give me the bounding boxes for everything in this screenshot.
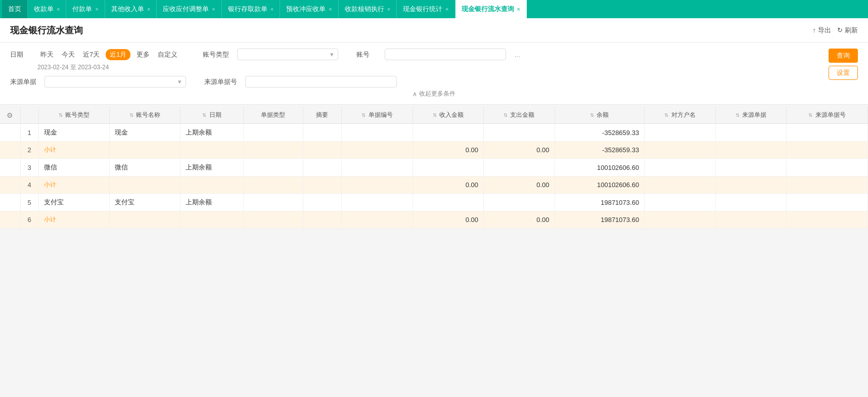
th-source-doc-label: 来源单据 [742,111,766,118]
nav-home[interactable]: 首页 [2,0,28,18]
td-checkbox[interactable] [0,177,20,194]
td-cell [645,211,715,229]
td-checkbox[interactable] [0,124,20,142]
filter-area: 日期 昨天 今天 近7天 近1月 更多 自定义 账号类型 ▾ 账号 ... [0,42,868,105]
th-doc-type: 单据类型 [243,107,303,124]
th-account-type[interactable]: ⇅ 账号类型 [38,107,109,124]
close-icon-4[interactable]: × [270,6,273,12]
source-doc-no-input[interactable] [245,76,397,87]
td-cell [715,194,786,211]
collapse-bar[interactable]: ∧ 收起更多条件 [10,90,858,98]
td-cell [243,194,303,211]
query-button[interactable]: 查询 [829,49,858,63]
close-icon-0[interactable]: × [57,6,60,12]
td-cell: 支付宝 [109,194,180,211]
td-cell [180,211,243,229]
account-type-select[interactable]: ▾ [237,49,338,60]
sort-icon-date: ⇅ [202,112,206,118]
td-cell: 1 [20,124,38,142]
sort-icon-account-name: ⇅ [129,112,133,118]
nav-tab-3[interactable]: 应收应付调整单 × [157,0,221,18]
td-cell: 支付宝 [38,194,109,211]
td-cell: 0.00 [413,177,483,194]
nav-tab-label-8: 现金银行流水查询 [462,5,514,14]
td-cell [786,142,867,159]
date-opt-custom[interactable]: 自定义 [156,49,179,60]
close-icon-7[interactable]: × [445,6,448,12]
refresh-icon: ↻ [837,26,843,34]
td-checkbox[interactable] [0,159,20,177]
td-cell [645,142,715,159]
table-row[interactable]: 6小计0.000.0019871073.60 [0,211,868,229]
th-doc-no[interactable]: ⇅ 单据编号 [342,107,413,124]
td-cell [303,194,342,211]
table-row[interactable]: 4小计0.000.00100102606.60 [0,177,868,194]
td-checkbox[interactable] [0,194,20,211]
td-checkbox[interactable] [0,211,20,229]
refresh-button[interactable]: ↻ 刷新 [837,26,858,35]
th-gear[interactable]: ⚙ [0,107,20,124]
date-opt-more[interactable]: 更多 [134,49,152,60]
th-source-doc-no[interactable]: ⇅ 来源单据号 [786,107,867,124]
sort-icon-income: ⇅ [433,112,437,118]
th-counterpart[interactable]: ⇅ 对方户名 [645,107,715,124]
table-row[interactable]: 3微信微信上期余额100102606.60 [0,159,868,177]
td-cell [243,177,303,194]
td-cell [303,124,342,142]
th-account-name[interactable]: ⇅ 账号名称 [109,107,180,124]
close-icon-6[interactable]: × [387,6,390,12]
collapse-arrow-icon: ∧ [413,91,417,98]
td-cell [645,177,715,194]
th-counterpart-label: 对方户名 [671,111,696,118]
settings-button[interactable]: 设置 [829,66,858,80]
sort-icon-doc-no: ⇅ [361,112,366,118]
td-cell [180,177,243,194]
close-icon-1[interactable]: × [95,6,98,12]
close-icon-5[interactable]: × [329,6,332,12]
close-icon-3[interactable]: × [212,6,215,12]
date-opt-1month[interactable]: 近1月 [106,49,130,60]
nav-tab-5[interactable]: 预收冲应收单 × [280,0,338,18]
td-cell [484,159,555,177]
td-cell [413,159,483,177]
td-cell: 0.00 [484,177,555,194]
nav-tab-8[interactable]: 现金银行流水查询 × [455,0,527,18]
dropdown-arrow-icon: ▾ [330,51,334,58]
table-row[interactable]: 5支付宝支付宝上期余额19871073.60 [0,194,868,211]
td-cell [413,124,483,142]
th-income[interactable]: ⇅ 收入金额 [413,107,483,124]
th-balance[interactable]: ⇅ 余额 [555,107,645,124]
account-input[interactable] [385,49,506,60]
table-row[interactable]: 2小计0.000.00-3528659.33 [0,142,868,159]
th-source-doc[interactable]: ⇅ 来源单据 [715,107,786,124]
date-opt-yesterday[interactable]: 昨天 [38,49,56,60]
table-row[interactable]: 1现金现金上期余额-3528659.33 [0,124,868,142]
nav-tab-1[interactable]: 付款单 × [66,0,105,18]
filter-row-2: 来源单据 ▾ 来源单据号 [10,76,829,87]
export-button[interactable]: ↑ 导出 [813,26,832,35]
gear-icon: ⚙ [7,111,13,119]
nav-tab-0[interactable]: 收款单 × [28,0,66,18]
date-opt-7days[interactable]: 近7天 [81,49,102,60]
td-checkbox[interactable] [0,142,20,159]
top-nav: 首页 收款单 × 付款单 × 其他收入单 × 应收应付调整单 × 银行存取款单 … [0,0,868,18]
nav-tab-4[interactable]: 银行存取款单 × [222,0,280,18]
td-cell [109,211,180,229]
nav-tab-2[interactable]: 其他收入单 × [105,0,157,18]
th-expense[interactable]: ⇅ 支出金额 [484,107,555,124]
th-date[interactable]: ⇅ 日期 [180,107,243,124]
nav-tab-7[interactable]: 现金银行统计 × [397,0,455,18]
close-icon-8[interactable]: × [517,6,520,12]
account-more-icon[interactable]: ... [514,51,520,59]
date-opt-today[interactable]: 今天 [60,49,77,60]
sort-icon-balance: ⇅ [590,112,594,118]
account-type-label: 账号类型 [203,50,229,59]
sort-icon-source-doc-no: ⇅ [808,112,812,118]
date-range-display: 2023-02-24 至 2023-03-24 [37,64,109,71]
td-cell: 0.00 [413,142,483,159]
nav-tab-6[interactable]: 收款核销执行 × [339,0,397,18]
td-cell [484,194,555,211]
source-doc-select[interactable]: ▾ [44,76,186,87]
close-icon-2[interactable]: × [147,6,150,12]
td-cell: 0.00 [413,211,483,229]
